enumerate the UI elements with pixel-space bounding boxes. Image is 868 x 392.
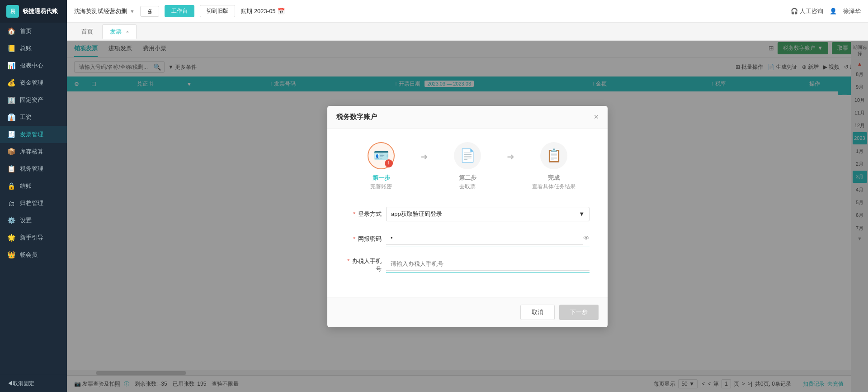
calendar-icon[interactable]: 📅 bbox=[278, 8, 285, 14]
step-2-icon: 📄 bbox=[460, 148, 476, 163]
cancel-btn[interactable]: 取消 bbox=[520, 305, 555, 320]
modal-body: 🪪 ! 第一步 完善账密 ➜ 📄 bbox=[327, 129, 608, 297]
sidebar-item-label: 库存核算 bbox=[20, 148, 43, 156]
company-select[interactable]: 沈海英测试经营勿删 ▼ bbox=[74, 7, 135, 15]
phone-input[interactable] bbox=[386, 257, 590, 271]
top-header: 沈海英测试经营勿删 ▼ 🖨 工作台 切到旧版 账期 2023-05 📅 🎧 人工… bbox=[67, 0, 868, 23]
required-star-pwd: * bbox=[353, 235, 355, 242]
settings-icon: ⚙️ bbox=[7, 216, 15, 225]
sidebar-item-label: 报表中心 bbox=[20, 62, 43, 70]
support-btn[interactable]: 🎧 人工咨询 bbox=[791, 7, 823, 15]
steps: 🪪 ! 第一步 完善账密 ➜ 📄 bbox=[345, 142, 590, 191]
sidebar-item-guide[interactable]: 🌟 新手引导 bbox=[0, 229, 67, 246]
step-1-badge: ! bbox=[385, 159, 393, 167]
sidebar-item-close[interactable]: 🔒 结账 bbox=[0, 177, 67, 195]
sidebar-item-assets[interactable]: 🏢 固定资产 bbox=[0, 91, 67, 109]
password-input[interactable] bbox=[386, 231, 583, 245]
required-star: * bbox=[353, 210, 355, 217]
sidebar-item-home[interactable]: 🏠 首页 bbox=[0, 23, 67, 40]
password-input-wrap: 👁 bbox=[386, 231, 590, 247]
reports-icon: 📊 bbox=[7, 62, 15, 70]
modal-title: 税务数字账户 bbox=[336, 113, 377, 121]
logo-text: 畅捷通易代账 bbox=[23, 7, 58, 15]
sidebar-item-payroll[interactable]: 👔 工资 bbox=[0, 109, 67, 126]
login-method-row: * 登录方式 app获取验证码登录 ▼ bbox=[345, 207, 590, 221]
sidebar-item-invoices[interactable]: 🧾 发票管理 bbox=[0, 126, 67, 143]
step-2-sub: 去取票 bbox=[459, 183, 476, 191]
sidebar-item-label: 税务管理 bbox=[20, 165, 43, 173]
sidebar-item-label: 工资 bbox=[20, 113, 32, 121]
inventory-icon: 📦 bbox=[7, 148, 15, 156]
sidebar-item-funds[interactable]: 💰 资金管理 bbox=[0, 74, 67, 91]
sidebar-item-ledger[interactable]: 📒 总账 bbox=[0, 40, 67, 57]
app-logo: 易 畅捷通易代账 bbox=[0, 0, 67, 23]
sidebar-item-inventory[interactable]: 📦 库存核算 bbox=[0, 143, 67, 160]
step-3-sub: 查看具体任务结果 bbox=[532, 183, 576, 191]
sidebar: 易 畅捷通易代账 🏠 首页 📒 总账 📊 报表中心 💰 资金管理 🏢 固定资产 … bbox=[0, 0, 67, 392]
phone-label: * 办税人手机号 bbox=[345, 257, 382, 273]
sidebar-item-reports[interactable]: 📊 报表中心 bbox=[0, 57, 67, 74]
tax-digital-modal: 税务数字账户 × 🪪 ! 第一步 完善账密 bbox=[327, 106, 608, 327]
member-icon: 👑 bbox=[7, 251, 15, 259]
login-method-select[interactable]: app获取验证码登录 ▼ bbox=[386, 207, 590, 221]
step-1-icon-wrap: 🪪 ! bbox=[368, 142, 395, 169]
unpin-btn[interactable]: ◀取消固定 bbox=[0, 375, 67, 392]
sidebar-item-member[interactable]: 👑 畅会员 bbox=[0, 246, 67, 263]
sidebar-item-archive[interactable]: 🗂 归档管理 bbox=[0, 195, 67, 212]
modal-header: 税务数字账户 × bbox=[327, 106, 608, 129]
step-1-sub: 完善账密 bbox=[370, 183, 392, 191]
invoices-icon: 🧾 bbox=[7, 130, 15, 139]
step-2: 📄 第二步 去取票 bbox=[432, 142, 503, 191]
step-1: 🪪 ! 第一步 完善账密 bbox=[345, 142, 417, 191]
password-label: * 网报密码 bbox=[345, 235, 382, 243]
guide-icon: 🌟 bbox=[7, 234, 15, 242]
step-arrow-2: ➜ bbox=[503, 142, 518, 162]
logo-icon: 易 bbox=[6, 5, 19, 18]
sidebar-item-label: 结账 bbox=[20, 182, 32, 190]
tab-bar: 首页 发票 × bbox=[67, 23, 868, 41]
required-star-phone: * bbox=[347, 258, 349, 264]
assets-icon: 🏢 bbox=[7, 96, 15, 104]
step-2-icon-wrap: 📄 bbox=[454, 142, 481, 169]
print-btn[interactable]: 🖨 bbox=[140, 6, 159, 17]
step-3-icon: 📋 bbox=[546, 148, 562, 163]
password-row: * 网报密码 👁 bbox=[345, 231, 590, 247]
tab-home[interactable]: 首页 bbox=[74, 25, 100, 38]
workspace-btn[interactable]: 工作台 bbox=[165, 5, 194, 17]
home-icon: 🏠 bbox=[7, 27, 15, 35]
period-value: 2023-05 bbox=[254, 8, 276, 14]
phone-row: * 办税人手机号 bbox=[345, 257, 590, 273]
sidebar-item-settings[interactable]: ⚙️ 设置 bbox=[0, 212, 67, 229]
eye-toggle-icon[interactable]: 👁 bbox=[583, 234, 590, 242]
headset-icon: 🎧 bbox=[791, 8, 798, 14]
modal-close-btn[interactable]: × bbox=[594, 112, 599, 122]
funds-icon: 💰 bbox=[7, 79, 15, 87]
sidebar-item-label: 归档管理 bbox=[20, 199, 43, 207]
step-1-label: 第一步 bbox=[373, 174, 390, 182]
page-content: 销项发票 进项发票 费用小票 ⊞ 税务数字账户 ▼ 取票 bbox=[67, 41, 868, 392]
period-info: 账期 2023-05 📅 bbox=[241, 7, 285, 15]
modal-footer: 取消 下一步 bbox=[327, 297, 608, 327]
sidebar-item-label: 首页 bbox=[20, 27, 32, 35]
sidebar-item-label: 总账 bbox=[20, 44, 32, 53]
step-2-label: 第二步 bbox=[459, 174, 476, 182]
tab-invoice[interactable]: 发票 × bbox=[102, 24, 137, 39]
ledger-icon: 📒 bbox=[7, 44, 15, 53]
tab-close-icon[interactable]: × bbox=[126, 29, 129, 34]
sidebar-item-label: 发票管理 bbox=[20, 130, 43, 139]
next-btn[interactable]: 下一步 bbox=[559, 305, 599, 320]
step-3: 📋 完成 查看具体任务结果 bbox=[518, 142, 590, 191]
switch-version-btn[interactable]: 切到旧版 bbox=[200, 5, 235, 17]
tax-icon: 📋 bbox=[7, 165, 15, 173]
sidebar-item-label: 畅会员 bbox=[20, 251, 38, 259]
select-dropdown-icon: ▼ bbox=[579, 210, 585, 217]
company-name: 沈海英测试经营勿删 bbox=[74, 7, 127, 15]
sidebar-item-label: 资金管理 bbox=[20, 79, 43, 87]
close-period-icon: 🔒 bbox=[7, 182, 15, 190]
main-area: 沈海英测试经营勿删 ▼ 🖨 工作台 切到旧版 账期 2023-05 📅 🎧 人工… bbox=[67, 0, 868, 392]
step-3-icon-wrap: 📋 bbox=[540, 142, 567, 169]
username: 徐泽华 bbox=[843, 7, 861, 15]
sidebar-item-tax[interactable]: 📋 税务管理 bbox=[0, 160, 67, 177]
sidebar-item-label: 固定资产 bbox=[20, 96, 43, 104]
modal-overlay: 税务数字账户 × 🪪 ! 第一步 完善账密 bbox=[67, 41, 868, 392]
